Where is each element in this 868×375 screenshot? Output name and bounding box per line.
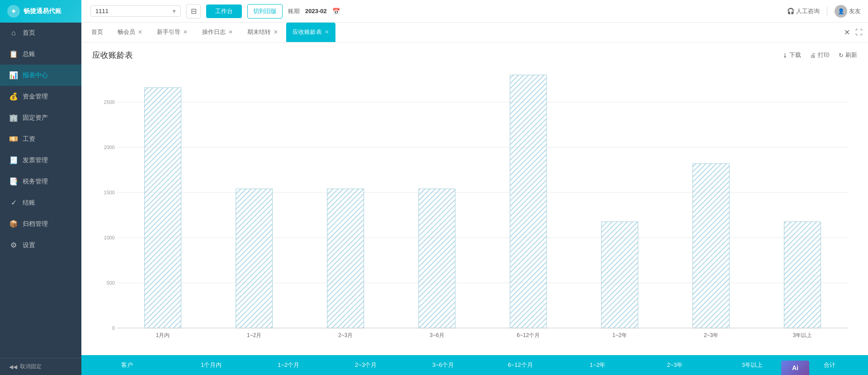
logo-text: 畅捷通易代账 (24, 7, 61, 15)
tab-guide[interactable]: 新手引导✕ (151, 23, 194, 42)
sidebar-item-archive[interactable]: 📦 归档管理 (0, 213, 81, 234)
workbench-button[interactable]: 工作台 (206, 5, 242, 18)
page-title: 应收账龄表 (92, 50, 133, 61)
sidebar-item-assets[interactable]: 🏢 固定资产 (0, 107, 81, 128)
sidebar-label-tax: 税务管理 (23, 178, 48, 186)
user-area[interactable]: 👤 友友 (835, 5, 861, 18)
x-label-2: 2~3月 (338, 332, 353, 338)
sidebar-item-ledger[interactable]: 📋 总账 (0, 43, 81, 65)
page-actions: ⤓ 下载 🖨 打印 ↻ 刷新 (783, 51, 857, 59)
sidebar-item-funds[interactable]: 💰 资金管理 (0, 86, 81, 107)
x-label-1: 1~2月 (247, 332, 261, 338)
bar-6 (693, 164, 729, 328)
tab-close-member[interactable]: ✕ (138, 29, 142, 35)
expand-tab-button[interactable]: ⛶ (854, 27, 864, 38)
table-header-col-1: 1个月内 (173, 361, 250, 369)
sidebar-icon-salary: 💴 (9, 135, 18, 143)
sidebar-item-salary[interactable]: 💴 工资 (0, 128, 81, 150)
sidebar-label-salary: 工资 (23, 135, 35, 143)
table-header-col-4: 3~6个月 (405, 361, 482, 369)
tab-member[interactable]: 畅会员✕ (111, 23, 149, 42)
pin-icon: ◀◀ (9, 364, 17, 370)
sidebar-label-funds: 资金管理 (23, 93, 48, 101)
svg-text:1000: 1000 (104, 235, 115, 240)
svg-text:500: 500 (107, 280, 115, 286)
x-label-5: 1~2年 (613, 332, 627, 338)
sidebar-label-assets: 固定资产 (23, 114, 48, 122)
tab-label-oplog: 操作日志 (202, 28, 226, 36)
x-label-6: 2~3年 (704, 332, 718, 338)
cancel-fixed-label: 取消固定 (20, 363, 42, 370)
sidebar-icon-settings: ⚙ (9, 241, 18, 249)
sidebar-label-invoice: 发票管理 (23, 156, 48, 164)
ai-badge[interactable]: Ai (781, 361, 809, 375)
bar-2 (327, 189, 364, 328)
sidebar-item-settings[interactable]: ⚙ 设置 (0, 234, 81, 256)
sidebar-label-archive: 归档管理 (23, 220, 48, 228)
close-tab-button[interactable]: ✕ (842, 26, 852, 38)
svg-text:2500: 2500 (104, 99, 115, 105)
print-button[interactable]: 🖨 打印 (810, 51, 830, 59)
logo-icon: ✦ (7, 5, 20, 18)
table-header-col-2: 1~2个月 (250, 361, 327, 369)
bar-5 (601, 222, 638, 328)
download-button[interactable]: ⤓ 下载 (783, 51, 801, 59)
support-button[interactable]: 🎧 人工咨询 (787, 7, 820, 15)
cancel-fixed-button[interactable]: ◀◀ 取消固定 (0, 358, 81, 375)
x-label-7: 3年以上 (793, 332, 812, 338)
sidebar-label-home: 首页 (23, 29, 35, 37)
avatar: 👤 (835, 5, 847, 18)
tab-close-period_end[interactable]: ✕ (274, 29, 278, 35)
logo-area: ✦ 畅捷通易代账 (0, 0, 81, 23)
content-area: 首页畅会员✕新手引导✕操作日志✕期末结转✕应收账龄表✕ ✕ ⛶ 应收账龄表 ⤓ … (81, 23, 868, 375)
refresh-icon: ↻ (839, 52, 844, 59)
tab-oplog[interactable]: 操作日志✕ (196, 23, 239, 42)
sidebar-icon-funds: 💰 (9, 92, 18, 101)
company-name: 1111 (95, 8, 169, 14)
chevron-down-icon: ▾ (173, 8, 176, 14)
svg-text:0: 0 (112, 325, 115, 331)
sidebar-item-home[interactable]: ⌂ 首页 (0, 23, 81, 43)
sidebar-icon-tax: 📑 (9, 177, 18, 186)
table-header-col-7: 2~3年 (636, 361, 713, 369)
sidebar-label-ledger: 总账 (23, 50, 35, 58)
download-icon: ⤓ (783, 52, 788, 59)
sidebar-label-settings: 设置 (23, 241, 35, 249)
tab-close-guide[interactable]: ✕ (183, 29, 188, 35)
tab-home[interactable]: 首页 (85, 23, 109, 42)
page-content: 应收账龄表 ⤓ 下载 🖨 打印 ↻ 刷新 (81, 42, 868, 375)
sidebar: ⌂ 首页 📋 总账 📊 报表中心 💰 资金管理 🏢 固定资产 💴 工资 🧾 发票… (0, 23, 81, 375)
table-header-col-3: 2~3个月 (327, 361, 405, 369)
sidebar-icon-invoice: 🧾 (9, 156, 18, 164)
tab-bar: 首页畅会员✕新手引导✕操作日志✕期末结转✕应收账龄表✕ ✕ ⛶ (81, 23, 868, 42)
tab-label-guide: 新手引导 (157, 28, 180, 36)
chart-container: 050010001500200025001月内1~2月2~3月3~6月6~12个… (81, 66, 868, 355)
tab-period_end[interactable]: 期末结转✕ (241, 23, 284, 42)
tab-close-oplog[interactable]: ✕ (228, 29, 233, 35)
x-label-3: 3~6月 (429, 332, 444, 338)
sidebar-label-reports: 报表中心 (23, 71, 48, 80)
sidebar-item-tax[interactable]: 📑 税务管理 (0, 171, 81, 192)
sidebar-item-checkout[interactable]: ✓ 结账 (0, 192, 81, 213)
table-header-col-0: 客户 (81, 361, 173, 369)
calendar-icon[interactable]: 📅 (332, 8, 340, 15)
print-icon: 🖨 (810, 52, 816, 59)
sidebar-icon-archive: 📦 (9, 220, 18, 228)
sidebar-item-reports[interactable]: 📊 报表中心 (0, 65, 81, 86)
sidebar-icon-reports: 📊 (9, 71, 18, 80)
x-label-4: 6~12个月 (517, 332, 540, 338)
tab-aging[interactable]: 应收账龄表✕ (286, 23, 335, 42)
archive-icon-button[interactable]: ⊟ (186, 4, 201, 19)
sidebar-icon-checkout: ✓ (9, 198, 18, 207)
tab-label-member: 畅会员 (118, 28, 135, 36)
switch-old-button[interactable]: 切到旧版 (247, 4, 283, 19)
user-label: 友友 (849, 7, 861, 15)
sidebar-item-invoice[interactable]: 🧾 发票管理 (0, 150, 81, 171)
refresh-button[interactable]: ↻ 刷新 (839, 51, 857, 59)
support-label: 人工咨询 (796, 7, 820, 15)
tab-label-aging: 应收账龄表 (292, 28, 322, 36)
page-header: 应收账龄表 ⤓ 下载 🖨 打印 ↻ 刷新 (81, 42, 868, 66)
headset-icon: 🎧 (787, 8, 794, 14)
tab-close-aging[interactable]: ✕ (325, 29, 329, 35)
company-selector[interactable]: 1111 ▾ (90, 5, 181, 17)
